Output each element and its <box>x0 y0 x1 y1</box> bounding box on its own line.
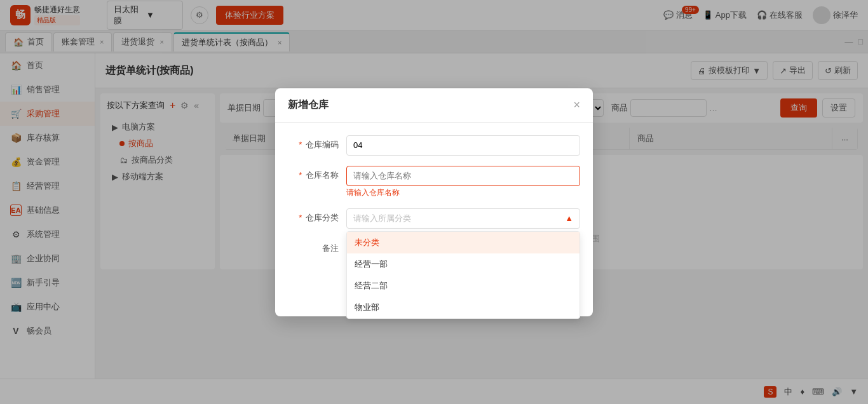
name-label: * 仓库名称 <box>288 166 339 181</box>
category-label: * 仓库分类 <box>288 208 339 224</box>
modal-overlay[interactable]: 新增仓库 × * 仓库编码 * 仓库名称 <box>0 0 868 404</box>
form-row-category: * 仓库分类 请输入所属分类 ▲ 未分类 经营一部 经营二部 物业部 <box>288 208 580 229</box>
note-label: 备注 <box>288 239 339 254</box>
category-dropdown: 未分类 经营一部 经营二部 物业部 <box>346 231 580 319</box>
name-error: 请输入仓库名称 <box>346 187 580 198</box>
category-item-property[interactable]: 物业部 <box>347 297 580 318</box>
form-row-name: * 仓库名称 请输入仓库名称 <box>288 166 580 198</box>
category-selector[interactable]: 请输入所属分类 ▲ <box>346 208 580 229</box>
form-row-code: * 仓库编码 <box>288 135 580 156</box>
category-item-ops2[interactable]: 经营二部 <box>347 275 580 297</box>
modal-title: 新增仓库 <box>288 98 329 112</box>
modal-body: * 仓库编码 * 仓库名称 请输入仓库名称 <box>275 123 593 282</box>
modal-header: 新增仓库 × <box>275 88 593 123</box>
category-item-ops1[interactable]: 经营一部 <box>347 253 580 275</box>
chevron-up-icon: ▲ <box>565 213 573 223</box>
modal-close-button[interactable]: × <box>573 98 580 112</box>
name-input[interactable] <box>346 166 580 186</box>
category-item-none[interactable]: 未分类 <box>347 232 580 253</box>
code-input[interactable] <box>346 135 580 156</box>
code-label: * 仓库编码 <box>288 135 339 151</box>
add-warehouse-modal: 新增仓库 × * 仓库编码 * 仓库名称 <box>275 88 593 316</box>
